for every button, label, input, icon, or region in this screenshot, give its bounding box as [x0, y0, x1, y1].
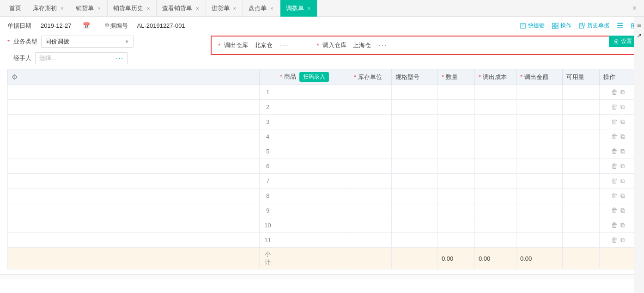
- right-panel-list-icon[interactable]: ≡: [637, 21, 641, 29]
- row-cost[interactable]: [475, 189, 516, 203]
- row-qty[interactable]: [438, 144, 475, 159]
- row-amount[interactable]: [516, 233, 563, 248]
- row-unit[interactable]: [350, 174, 392, 189]
- copy-icon[interactable]: ⧉: [620, 162, 625, 170]
- row-qty[interactable]: [438, 129, 475, 144]
- row-spec[interactable]: [392, 85, 438, 100]
- operator-dropdown[interactable]: 选择... ···: [35, 52, 128, 64]
- tab-home[interactable]: 首页: [4, 0, 27, 17]
- delete-icon[interactable]: 🗑: [611, 103, 618, 111]
- row-cost[interactable]: [475, 115, 516, 129]
- copy-icon[interactable]: ⧉: [620, 103, 625, 111]
- row-unit[interactable]: [350, 233, 392, 248]
- row-cost[interactable]: [475, 218, 516, 233]
- row-unit[interactable]: [350, 115, 392, 129]
- close-sales-history[interactable]: ×: [146, 6, 151, 11]
- row-spec[interactable]: [392, 159, 438, 174]
- row-unit[interactable]: [350, 144, 392, 159]
- close-purchase-order[interactable]: ×: [232, 6, 237, 11]
- tab-inventory-init[interactable]: 库存期初 ×: [27, 0, 70, 17]
- delete-icon[interactable]: 🗑: [611, 133, 618, 140]
- row-cost[interactable]: [475, 144, 516, 159]
- row-qty[interactable]: [438, 100, 475, 115]
- row-unit[interactable]: [350, 85, 392, 100]
- row-amount[interactable]: [516, 100, 563, 115]
- calendar-icon[interactable]: 📅: [83, 22, 90, 29]
- row-spec[interactable]: [392, 115, 438, 129]
- row-cost[interactable]: [475, 233, 516, 248]
- row-cost[interactable]: [475, 129, 516, 144]
- copy-icon[interactable]: ⧉: [620, 88, 625, 96]
- row-spec[interactable]: [392, 174, 438, 189]
- row-spec[interactable]: [392, 100, 438, 115]
- row-cost[interactable]: [475, 203, 516, 218]
- delete-icon[interactable]: 🗑: [611, 221, 618, 229]
- settings-button[interactable]: 设置: [609, 36, 637, 47]
- close-transfer-order[interactable]: ×: [307, 6, 311, 11]
- row-cost[interactable]: [475, 100, 516, 115]
- row-unit[interactable]: [350, 189, 392, 203]
- close-inventory-init[interactable]: ×: [60, 6, 64, 11]
- row-cost[interactable]: [475, 85, 516, 100]
- row-unit[interactable]: [350, 129, 392, 144]
- business-type-dropdown[interactable]: 同价调拨 ▼: [41, 36, 134, 48]
- row-amount[interactable]: [516, 189, 563, 203]
- row-spec[interactable]: [392, 129, 438, 144]
- row-product[interactable]: [276, 144, 350, 159]
- list-view-icon[interactable]: ☰: [617, 21, 623, 30]
- delete-icon[interactable]: 🗑: [611, 207, 618, 214]
- row-unit[interactable]: [350, 203, 392, 218]
- row-product[interactable]: [276, 159, 350, 174]
- tab-view-sales[interactable]: 查看销货单 ×: [157, 0, 206, 17]
- history-button[interactable]: 历史单据: [579, 22, 609, 30]
- copy-icon[interactable]: ⧉: [620, 147, 625, 155]
- row-amount[interactable]: [516, 159, 563, 174]
- row-amount[interactable]: [516, 174, 563, 189]
- row-unit[interactable]: [350, 218, 392, 233]
- row-qty[interactable]: [438, 203, 475, 218]
- row-qty[interactable]: [438, 159, 475, 174]
- row-qty[interactable]: [438, 85, 475, 100]
- copy-icon[interactable]: ⧉: [620, 133, 625, 140]
- delete-icon[interactable]: 🗑: [611, 118, 618, 126]
- row-product[interactable]: [276, 189, 350, 203]
- delete-icon[interactable]: 🗑: [611, 88, 618, 96]
- copy-icon[interactable]: ⧉: [620, 192, 625, 200]
- delete-icon[interactable]: 🗑: [611, 192, 618, 200]
- row-product[interactable]: [276, 203, 350, 218]
- close-sales-order[interactable]: ×: [97, 6, 101, 11]
- row-qty[interactable]: [438, 115, 475, 129]
- tab-sales-history[interactable]: 销货单历史 ×: [108, 0, 157, 17]
- row-qty[interactable]: [438, 189, 475, 203]
- shortcuts-button[interactable]: 快捷键: [520, 22, 545, 30]
- tab-sales-order[interactable]: 销货单 ×: [70, 0, 107, 17]
- row-product[interactable]: [276, 85, 350, 100]
- row-spec[interactable]: [392, 189, 438, 203]
- copy-icon[interactable]: ⧉: [620, 177, 625, 185]
- scan-button[interactable]: 扫码录入: [299, 72, 329, 82]
- row-unit[interactable]: [350, 159, 392, 174]
- table-settings-header[interactable]: ⚙: [8, 69, 260, 85]
- delete-icon[interactable]: 🗑: [611, 236, 618, 244]
- tab-purchase-order[interactable]: 进货单 ×: [206, 0, 243, 17]
- copy-icon[interactable]: ⧉: [620, 221, 625, 229]
- row-amount[interactable]: [516, 203, 563, 218]
- delete-icon[interactable]: 🗑: [611, 147, 618, 155]
- delete-icon[interactable]: 🗑: [611, 177, 618, 185]
- close-inventory-count[interactable]: ×: [269, 6, 274, 11]
- row-product[interactable]: [276, 233, 350, 248]
- copy-icon[interactable]: ⧉: [620, 207, 625, 214]
- horizontal-scrollbar[interactable]: [0, 274, 644, 279]
- copy-icon[interactable]: ⧉: [620, 236, 625, 244]
- transfer-in-more-icon[interactable]: ···: [378, 41, 387, 49]
- row-qty[interactable]: [438, 233, 475, 248]
- row-spec[interactable]: [392, 203, 438, 218]
- right-panel-export-icon[interactable]: ↗: [637, 32, 642, 39]
- row-amount[interactable]: [516, 85, 563, 100]
- row-product[interactable]: [276, 218, 350, 233]
- operations-button[interactable]: 操作: [552, 22, 571, 30]
- row-product[interactable]: [276, 115, 350, 129]
- close-view-sales[interactable]: ×: [195, 6, 200, 11]
- tab-transfer-order[interactable]: 调拨单 ×: [280, 0, 317, 17]
- row-qty[interactable]: [438, 218, 475, 233]
